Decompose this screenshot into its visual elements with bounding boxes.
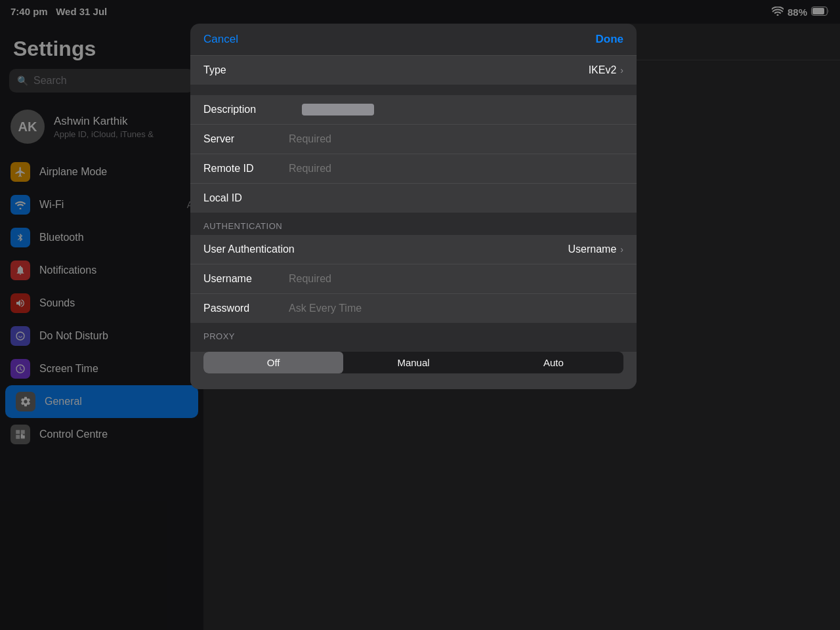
user-auth-row[interactable]: User Authentication Username › <box>190 235 637 264</box>
type-label: Type <box>203 64 289 76</box>
type-chevron-icon: › <box>620 65 623 75</box>
user-auth-chevron-icon: › <box>620 244 623 255</box>
remote-id-input[interactable] <box>289 163 623 175</box>
username-label: Username <box>203 273 289 285</box>
description-label: Description <box>203 104 289 116</box>
proxy-segment: OffManualAuto <box>203 352 623 373</box>
username-row[interactable]: Username <box>190 264 637 294</box>
cancel-button[interactable]: Cancel <box>203 33 238 46</box>
local-id-row[interactable]: Local ID <box>190 184 637 213</box>
local-id-label: Local ID <box>203 192 289 204</box>
server-input[interactable] <box>289 133 623 145</box>
done-button[interactable]: Done <box>596 33 624 46</box>
type-value: IKEv2 <box>589 64 617 76</box>
remote-id-row[interactable]: Remote ID <box>190 154 637 184</box>
proxy-section-label: PROXY <box>190 324 637 345</box>
password-label: Password <box>203 303 289 314</box>
remote-id-label: Remote ID <box>203 163 289 175</box>
vpn-modal: Cancel Done Type IKEv2 › Description Ser… <box>190 24 637 389</box>
description-value <box>302 104 374 116</box>
proxy-option-auto[interactable]: Auto <box>484 352 623 373</box>
user-auth-value: Username <box>568 243 617 255</box>
modal-header: Cancel Done <box>190 24 637 56</box>
auth-section-label: AUTHENTICATION <box>190 213 637 235</box>
proxy-option-off[interactable]: Off <box>203 352 343 373</box>
user-auth-label: User Authentication <box>203 243 295 255</box>
username-input[interactable] <box>289 273 623 285</box>
server-label: Server <box>203 133 289 145</box>
password-row[interactable]: Password <box>190 294 637 323</box>
description-row[interactable]: Description <box>190 95 637 125</box>
password-input[interactable] <box>289 303 623 314</box>
type-row[interactable]: Type IKEv2 › <box>190 56 637 85</box>
proxy-option-manual[interactable]: Manual <box>343 352 483 373</box>
server-row[interactable]: Server <box>190 125 637 154</box>
